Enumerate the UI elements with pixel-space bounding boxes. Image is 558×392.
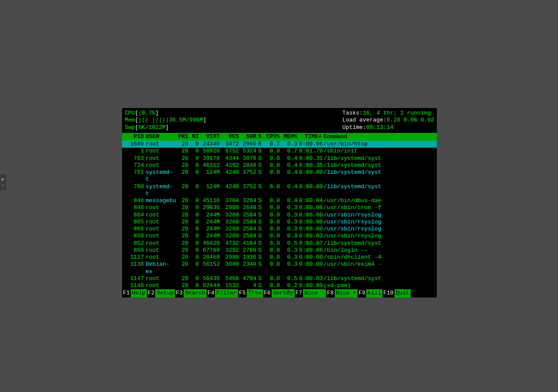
footer-item[interactable]: F5Tree [238,289,263,297]
footer-label: kill [366,289,382,297]
footer-key: F4 [207,289,215,297]
proc-virt: 244M [201,226,221,233]
proc-cmd: /usr/sbin/exim4 - [323,261,434,275]
proc-ni: 0 [190,204,201,211]
footer-item[interactable]: F9kill [357,289,382,297]
proc-mem: 0.4 [282,183,299,198]
proc-time: 0:00.03 [299,275,323,282]
col-header-ni: NI [190,133,201,140]
col-header-s: S [258,133,264,140]
proc-time: 0:01.70 [299,148,323,155]
proc-cmd: /usr/bin/dbus-dae [323,197,434,204]
footer-bar: F1Help F2Setup F3Search F4Filter F5Tree … [122,289,437,297]
proc-res: 2900 [221,204,241,211]
proc-time: 0:00.09 [299,183,323,198]
footer-item[interactable]: F1Help [122,289,147,297]
proc-pri: 20 [176,141,190,148]
proc-virt: 56152 [201,261,221,275]
proc-mem: 0.3 [282,247,299,254]
proc-shr: 1936 [241,254,258,261]
proc-res: 4732 [221,240,241,247]
table-row[interactable]: 850 root 20 0 244M 3260 2584 S 0.0 0.3 0… [122,233,437,240]
proc-s: S [258,226,264,233]
swp-label: Swp [125,124,135,131]
proc-ni: 0 [190,162,201,169]
table-row[interactable]: 760 systemd-t 20 0 124M 4248 3752 S 0.0 … [122,183,437,198]
proc-cmd: /lib/systemd/syst [323,275,434,282]
swp-row: Swp [ 0K/1022M] [125,124,206,131]
proc-cpu: 0.0 [264,282,282,289]
table-row[interactable]: 781 systemd-t 20 0 124M 4248 3752 S 0.0 … [122,169,437,183]
cpu-bracket-end: ] [155,110,159,117]
table-row[interactable]: 724 root 20 0 46312 4292 2848 S 0.0 0.4 … [122,162,437,169]
footer-item[interactable]: F6SortBy [263,289,294,297]
proc-time: 0:00.06 [299,204,323,211]
footer-item[interactable]: F8Nice + [326,289,357,297]
table-row[interactable]: 1138 Debian-ex 20 0 56152 3080 2340 S 0.… [122,261,437,275]
proc-res: 4292 [221,162,241,169]
table-row[interactable]: 866 root 20 0 244M 3260 2584 S 0.0 0.3 0… [122,226,437,233]
proc-pri: 20 [176,204,190,211]
proc-pri: 20 [176,240,190,247]
footer-key: F9 [357,289,366,297]
proc-time: 0:00.00 [299,219,323,226]
proc-pri: 20 [176,226,190,233]
table-row[interactable]: 703 root 20 0 39176 4344 3876 S 0.0 0.4 … [122,155,437,162]
table-row[interactable]: 1147 root 20 0 56436 5468 4784 S 0.0 0.5… [122,275,437,282]
proc-s: S [258,204,264,211]
proc-virt: 244M [201,233,221,240]
proc-s: S [258,261,264,275]
terminal-window: CPU [| 0.7%] Mem [||| ||||| 36.5M/996M] … [122,108,437,297]
table-row[interactable]: 852 root 20 0 46420 4732 4164 S 0.0 0.5 … [122,240,437,247]
proc-virt: 46420 [201,240,221,247]
table-row[interactable]: 848 root 20 0 29636 2900 2648 S 0.0 0.3 … [122,204,437,211]
table-row[interactable]: 1 root 20 0 56920 6752 5324 S 0.0 0.7 0:… [122,148,437,155]
footer-label: Search [184,289,207,297]
column-headers: PID USER PRI NI VIRT RES SHR S CPU% MEM%… [122,133,437,141]
table-row[interactable]: 864 root 20 0 244M 3260 2584 S 0.0 0.3 0… [122,212,437,219]
proc-s: S [258,254,264,261]
proc-time: 0:00.00 [299,169,323,183]
proc-cpu: 0.0 [264,226,282,233]
footer-key: F10 [382,289,394,297]
sidebar-arrow[interactable]: ▶ [1,176,4,182]
footer-label: Nice - [303,289,326,297]
table-row[interactable]: 1680 root 20 0 24340 3472 2960 R 0.7 0.3… [122,141,437,148]
proc-virt: 244M [201,212,221,219]
proc-shr: 2584 [241,219,258,226]
proc-cpu: 0.0 [264,254,282,261]
proc-s: S [258,212,264,219]
proc-pid: 781 [125,169,146,183]
proc-s: S [258,148,264,155]
footer-key: F7 [295,289,303,297]
proc-cpu: 0.0 [264,155,282,162]
footer-key: F2 [147,289,156,297]
proc-time: 0:00.35 [299,162,323,169]
proc-mem: 0.5 [282,240,299,247]
proc-cpu: 0.0 [264,212,282,219]
proc-pid: 852 [125,240,146,247]
table-row[interactable]: 1148 root 20 0 82444 1532 4 S 0.0 0.2 0:… [122,282,437,289]
footer-item[interactable]: F3Search [175,289,206,297]
proc-pid: 860 [125,247,146,254]
table-row[interactable]: 846 messagebu 20 0 45116 3704 3264 S 0.0… [122,197,437,204]
mem-label: Mem [125,117,135,124]
table-row[interactable]: 1117 root 20 0 20468 2980 1936 S 0.0 0.3… [122,254,437,261]
col-header-cpu: CPU% [264,133,282,140]
table-row[interactable]: 865 root 20 0 244M 3260 2584 S 0.0 0.3 0… [122,219,437,226]
table-row[interactable]: 860 root 20 0 67768 3292 2780 S 0.0 0.3 … [122,247,437,254]
proc-time: 0:00.06 [299,247,323,254]
proc-cpu: 0.0 [264,240,282,247]
footer-item[interactable]: F10Quit [382,289,411,297]
proc-res: 6752 [221,148,241,155]
footer-item[interactable]: F7Nice - [295,289,326,297]
footer-item[interactable]: F2Setup [147,289,175,297]
swp-bracket-end: ] [166,124,169,131]
proc-pri: 20 [176,212,190,219]
footer-item[interactable]: F4Filter [207,289,238,297]
proc-cpu: 0.0 [264,204,282,211]
proc-virt: 46312 [201,162,221,169]
proc-shr: 2584 [241,233,258,240]
proc-cmd: /usr/bin/htop [323,141,434,148]
proc-user: root [146,247,176,254]
